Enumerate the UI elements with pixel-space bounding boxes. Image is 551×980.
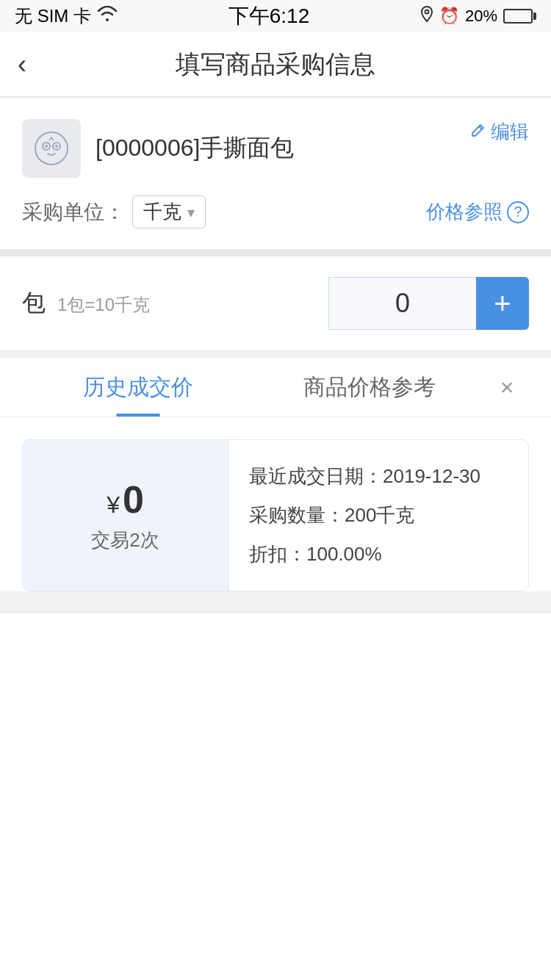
trade-card: ¥0 交易2次 最近成交日期：2019-12-30 采购数量：200千克 折扣：… (22, 439, 529, 591)
trade-card-left: ¥0 交易2次 (23, 440, 228, 591)
question-icon: ? (507, 201, 529, 223)
trade-currency: ¥ (107, 491, 120, 518)
product-section: [0000006]手撕面包 编辑 采购单位： 千克 ▾ 价格参照 ? (0, 98, 551, 249)
product-header: [0000006]手撕面包 编辑 (22, 119, 529, 178)
svg-point-0 (425, 10, 428, 14)
tab-history-label: 历史成交价 (83, 372, 193, 403)
tabs-header: 历史成交价 商品价格参考 × (0, 358, 551, 417)
unit-label: 采购单位： (22, 198, 125, 226)
product-unit-row: 采购单位： 千克 ▾ 价格参照 ? (22, 195, 529, 228)
quantity-section: 包 1包=10千克 + (0, 256, 551, 350)
trade-date-value: 2019-12-30 (383, 465, 480, 487)
tab-history-price[interactable]: 历史成交价 (22, 358, 253, 417)
tab-product-price[interactable]: 商品价格参考 (253, 358, 485, 417)
qty-plus-button[interactable]: + (476, 277, 529, 330)
location-icon (420, 6, 433, 26)
page-title: 填写商品采购信息 (176, 48, 375, 82)
alarm-icon: ⏰ (439, 7, 459, 26)
trade-price: ¥0 (107, 478, 144, 522)
unit-dropdown-icon: ▾ (187, 203, 195, 221)
battery-percent: 20% (465, 7, 497, 26)
qty-conversion: 1包=10千克 (57, 293, 150, 317)
back-button[interactable]: ‹ (18, 49, 26, 80)
unit-value: 千克 (143, 199, 181, 225)
edit-label: 编辑 (491, 119, 529, 145)
trade-discount-label: 折扣： (249, 543, 306, 565)
qty-unit: 包 (22, 287, 46, 320)
svg-point-5 (55, 145, 58, 148)
trade-qty-value: 200千克 (345, 504, 414, 526)
product-info: [0000006]手撕面包 (22, 119, 294, 178)
sim-label: 无 SIM 卡 (15, 4, 91, 28)
trade-count: 交易2次 (91, 527, 159, 553)
status-left: 无 SIM 卡 (15, 4, 118, 28)
price-ref-button[interactable]: 价格参照 ? (426, 199, 529, 225)
trade-card-right: 最近成交日期：2019-12-30 采购数量：200千克 折扣：100.00% (228, 440, 528, 591)
qty-input-group: + (328, 277, 529, 330)
product-logo (22, 119, 81, 178)
product-name: [0000006]手撕面包 (96, 132, 294, 165)
trade-price-value: 0 (123, 478, 144, 521)
tabs-close-button[interactable]: × (485, 358, 529, 417)
price-ref-label: 价格参照 (426, 199, 503, 225)
trade-date-label: 最近成交日期： (249, 465, 383, 487)
battery-icon (503, 9, 536, 24)
unit-select[interactable]: 千克 ▾ (132, 195, 206, 228)
wifi-icon (97, 6, 118, 26)
main-content-area (0, 613, 551, 980)
nav-bar: ‹ 填写商品采购信息 (0, 32, 551, 97)
tab-product-label: 商品价格参考 (303, 372, 436, 403)
tabs-section: 历史成交价 商品价格参考 × ¥0 交易2次 最近成交日期：2019-12-30… (0, 358, 551, 591)
trade-discount-value: 100.00% (306, 543, 382, 565)
trade-detail-qty: 采购数量：200千克 (249, 501, 508, 530)
trade-qty-label: 采购数量： (249, 504, 345, 526)
edit-button[interactable]: 编辑 (470, 119, 529, 145)
qty-label-group: 包 1包=10千克 (22, 287, 150, 320)
status-time: 下午6:12 (228, 2, 310, 30)
trade-detail-discount: 折扣：100.00% (249, 540, 508, 569)
edit-icon (470, 122, 486, 143)
trade-detail-date: 最近成交日期：2019-12-30 (249, 462, 508, 491)
qty-input[interactable] (329, 277, 476, 330)
section-divider (0, 249, 551, 256)
svg-point-4 (45, 145, 48, 148)
tab-active-indicator (116, 414, 160, 417)
status-bar: 无 SIM 卡 下午6:12 ⏰ 20% (0, 0, 551, 32)
status-right: ⏰ 20% (420, 6, 536, 26)
